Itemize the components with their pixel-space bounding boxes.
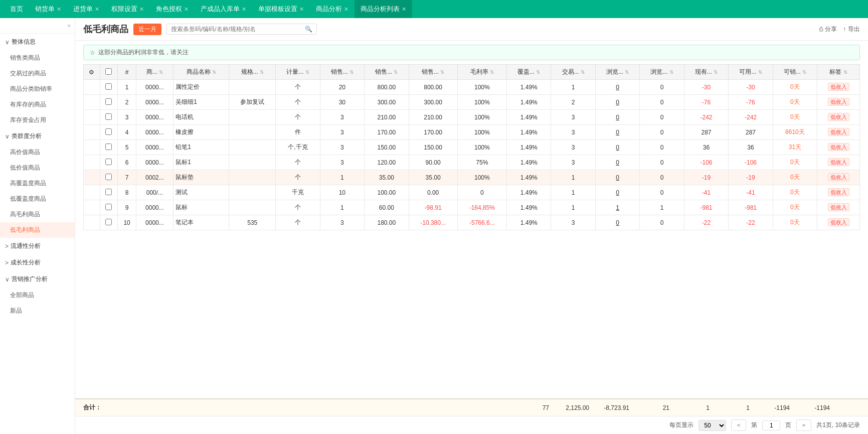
col-sales-qty[interactable]: 销售... ⇅	[320, 65, 364, 80]
row-checkbox[interactable]	[105, 128, 112, 135]
sidebar-group-成长性分析[interactable]: >成长性分析	[0, 254, 75, 271]
nav-close-icon[interactable]: ✕	[402, 6, 406, 12]
nav-item-商品分析[interactable]: 商品分析✕	[310, 0, 355, 18]
sidebar-item-高覆盖度商品[interactable]: 高覆盖度商品	[0, 176, 75, 191]
cell-browse1[interactable]: 0	[595, 110, 639, 125]
prev-page-button[interactable]: ＜	[731, 419, 746, 431]
sidebar-item-低价值商品[interactable]: 低价值商品	[0, 160, 75, 176]
cell-browse1[interactable]: 0	[595, 125, 639, 140]
per-page-select[interactable]: 50 10 20 100	[699, 420, 726, 431]
col-available-stock[interactable]: 可用... ⇅	[729, 65, 773, 80]
cell-browse1[interactable]: 0	[595, 155, 639, 170]
row-checkbox[interactable]	[105, 189, 112, 195]
col-current-stock[interactable]: 现有... ⇅	[684, 65, 728, 80]
cell-settings	[84, 185, 100, 200]
nav-item-权限设置[interactable]: 权限设置✕	[105, 0, 150, 18]
sidebar-item-低毛利商品[interactable]: 低毛利商品	[0, 222, 75, 238]
sidebar-item-高毛利商品[interactable]: 高毛利商品	[0, 207, 75, 222]
col-sales-amount[interactable]: 销售... ⇅	[409, 65, 457, 80]
nav-item-销货单[interactable]: 销货单✕	[29, 0, 67, 18]
sidebar-group-类群度分析[interactable]: ∨类群度分析	[0, 128, 75, 144]
col-unit[interactable]: 计量... ⇅	[276, 65, 320, 80]
row-checkbox[interactable]	[105, 219, 112, 225]
col-transaction[interactable]: 交易... ⇅	[551, 65, 595, 80]
sidebar-item-库存资金占用[interactable]: 库存资金占用	[0, 112, 75, 128]
nav-item-首页[interactable]: 首页	[4, 0, 29, 18]
cell-checkbox[interactable]	[100, 110, 118, 125]
row-checkbox[interactable]	[105, 83, 112, 90]
nav-item-产成品入库单[interactable]: 产成品入库单✕	[195, 0, 252, 18]
sidebar-item-高价值商品[interactable]: 高价值商品	[0, 144, 75, 160]
sidebar-group-流通性分析[interactable]: >流通性分析	[0, 238, 75, 254]
row-checkbox[interactable]	[105, 204, 112, 210]
nav-close-icon[interactable]: ✕	[242, 6, 246, 12]
cell-checkbox[interactable]	[100, 155, 118, 170]
cell-sales-qty: 10	[320, 185, 364, 200]
select-all-checkbox[interactable]	[105, 68, 112, 75]
sidebar-item-新品[interactable]: 新品	[0, 303, 75, 319]
cell-checkbox[interactable]	[100, 140, 118, 155]
sidebar-group-营销推广分析[interactable]: ∨营销推广分析	[0, 271, 75, 287]
row-checkbox[interactable]	[105, 98, 112, 105]
nav-item-商品分析列表[interactable]: 商品分析列表✕	[355, 0, 412, 18]
col-browse2[interactable]: 浏览... ⇅	[640, 65, 684, 80]
nav-close-icon[interactable]: ✕	[184, 6, 189, 12]
cell-browse1[interactable]: 0	[595, 140, 639, 155]
cell-browse1[interactable]: 0	[595, 185, 639, 200]
col-gross-margin[interactable]: 毛利率 ⇅	[457, 65, 506, 80]
page-number-input[interactable]	[762, 420, 780, 430]
col-name[interactable]: 商品名称 ⇅	[173, 65, 229, 80]
cell-checkbox[interactable]	[100, 95, 118, 110]
sidebar-group-整体信息[interactable]: ∨整体信息	[0, 34, 75, 50]
col-browse1[interactable]: 浏览... ⇅	[595, 65, 639, 80]
table-container[interactable]: ⚙ # 商... ⇅ 商品名称 ⇅ 规格... ⇅ 计量... ⇅ 销售... …	[75, 64, 868, 398]
share-button[interactable]: ⎙ 分享	[819, 25, 837, 34]
search-icon[interactable]: 🔍	[305, 26, 312, 33]
filter-period-button[interactable]: 近一月	[133, 24, 161, 35]
sidebar-item-低覆盖度商品[interactable]: 低覆盖度商品	[0, 191, 75, 207]
cell-checkbox[interactable]	[100, 80, 118, 95]
cell-browse1[interactable]: 0	[595, 80, 639, 95]
nav-close-icon[interactable]: ✕	[95, 6, 99, 12]
nav-close-icon[interactable]: ✕	[57, 6, 61, 12]
cell-browse1[interactable]: 1	[595, 200, 639, 215]
next-page-button[interactable]: ＞	[796, 419, 811, 431]
cell-checkbox[interactable]	[100, 200, 118, 215]
export-button[interactable]: ↑ 导出	[843, 25, 860, 34]
col-spec[interactable]: 规格... ⇅	[229, 65, 276, 80]
search-input[interactable]	[171, 26, 305, 33]
cell-browse1[interactable]: 0	[595, 170, 639, 185]
col-saleable[interactable]: 可销... ⇅	[773, 65, 817, 80]
cell-checkbox[interactable]	[100, 170, 118, 185]
cell-browse1[interactable]: 0	[595, 95, 639, 110]
nav-item-单据模板设置[interactable]: 单据模板设置✕	[252, 0, 310, 18]
sidebar-collapse-button[interactable]: «	[0, 18, 75, 34]
sidebar-item-全部商品[interactable]: 全部商品	[0, 287, 75, 303]
sidebar-item-有库存的商品[interactable]: 有库存的商品	[0, 97, 75, 112]
col-code[interactable]: 商... ⇅	[136, 65, 173, 80]
col-checkbox[interactable]	[100, 65, 118, 80]
col-sales-price[interactable]: 销售... ⇅	[365, 65, 409, 80]
nav-item-角色授权[interactable]: 角色授权✕	[150, 0, 195, 18]
nav-close-icon[interactable]: ✕	[344, 6, 349, 12]
row-checkbox[interactable]	[105, 159, 112, 165]
sidebar-item-商品分类助销率[interactable]: 商品分类助销率	[0, 81, 75, 97]
notice-icon: ☆	[90, 49, 95, 56]
row-checkbox[interactable]	[105, 113, 112, 120]
cell-browse1[interactable]: 0	[595, 215, 639, 230]
col-tag[interactable]: 标签 ⇅	[817, 65, 860, 80]
nav-item-进货单[interactable]: 进货单✕	[67, 0, 105, 18]
col-settings[interactable]: ⚙	[84, 65, 100, 80]
cell-checkbox[interactable]	[100, 125, 118, 140]
sidebar-item-交易过的商品[interactable]: 交易过的商品	[0, 66, 75, 81]
row-checkbox[interactable]	[105, 143, 112, 150]
cell-sales-price: 210.00	[365, 110, 409, 125]
nav-close-icon[interactable]: ✕	[139, 6, 144, 12]
cell-checkbox[interactable]	[100, 185, 118, 200]
cell-checkbox[interactable]	[100, 215, 118, 230]
sidebar-item-销售类商品[interactable]: 销售类商品	[0, 50, 75, 66]
row-checkbox[interactable]	[105, 174, 112, 180]
col-coverage[interactable]: 覆盖... ⇅	[507, 65, 551, 80]
nav-close-icon[interactable]: ✕	[299, 6, 304, 12]
cell-name: 属性定价	[173, 80, 229, 95]
